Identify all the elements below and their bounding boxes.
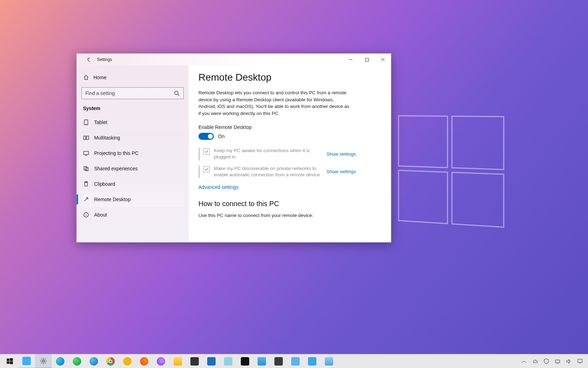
svg-rect-13 (7, 361, 9, 364)
windows-logo-watermark (398, 115, 504, 228)
how-to-heading: How to connect to this PC (198, 200, 381, 208)
tray-onedrive-icon[interactable] (530, 354, 540, 368)
advanced-settings-link[interactable]: Advanced settings (198, 184, 381, 190)
multitasking-icon (83, 135, 89, 141)
keep-awake-text: Keep my PC awake for connections when it… (214, 148, 322, 160)
svg-rect-14 (10, 361, 13, 364)
taskbar-app-store[interactable] (186, 354, 203, 368)
svg-rect-11 (7, 359, 9, 361)
taskbar-app-mail[interactable] (287, 354, 304, 368)
taskbar-app-edge-dev[interactable] (69, 354, 85, 368)
gear-icon (39, 357, 48, 365)
sidebar-item-shared[interactable]: Shared experiences (82, 161, 184, 176)
option-keep-awake: Keep my PC awake for connections when it… (198, 148, 356, 160)
back-button[interactable] (83, 54, 95, 66)
taskbar-app-photos[interactable] (253, 354, 270, 368)
toggle-label: Enable Remote Desktop (198, 124, 381, 130)
svg-point-1 (175, 91, 178, 95)
discoverable-checkbox[interactable] (203, 166, 210, 172)
svg-rect-16 (555, 360, 560, 363)
svg-rect-5 (84, 151, 89, 155)
taskbar-app-terminal[interactable] (270, 354, 287, 368)
tablet-icon (83, 119, 89, 125)
settings-window: Settings Home System (76, 53, 391, 243)
taskbar-app-file-explorer[interactable] (169, 354, 186, 368)
maximize-button[interactable] (359, 54, 375, 66)
shared-icon (83, 165, 89, 172)
enable-remote-toggle[interactable] (198, 133, 214, 140)
home-icon (83, 74, 89, 81)
taskbar-app-paint[interactable] (321, 354, 337, 368)
taskbar-app-firefox[interactable] (136, 354, 153, 368)
svg-rect-0 (365, 58, 369, 61)
how-to-description: Use this PC name to connect from your re… (198, 213, 381, 218)
tray-security-icon[interactable] (541, 354, 552, 368)
taskbar-app-notepad[interactable] (220, 354, 237, 368)
sidebar-item-multitasking[interactable]: Multitasking (82, 130, 184, 145)
taskbar-app-chrome-canary[interactable] (119, 354, 136, 368)
page-heading: Remote Desktop (198, 72, 381, 83)
search-icon (174, 90, 180, 96)
tray-network-icon[interactable] (552, 354, 563, 368)
taskbar-app-settings[interactable] (35, 354, 52, 368)
sidebar: Home System Tablet Multitasking (77, 66, 189, 242)
home-label: Home (93, 75, 106, 80)
svg-rect-3 (84, 136, 86, 139)
toggle-state-text: On (218, 134, 225, 139)
taskbar-app-powershell[interactable] (203, 354, 220, 368)
taskbar-app-cmd[interactable] (237, 354, 253, 368)
about-icon (83, 212, 89, 218)
system-tray: ︿ (519, 354, 587, 368)
window-title: Settings (97, 54, 112, 66)
tray-overflow[interactable]: ︿ (519, 354, 529, 368)
chevron-up-icon: ︿ (521, 357, 527, 365)
remote-icon (83, 196, 89, 203)
sidebar-item-clipboard[interactable]: Clipboard (82, 176, 184, 192)
sidebar-item-about[interactable]: About (82, 207, 184, 223)
tray-volume-icon[interactable] (564, 354, 574, 368)
close-button[interactable] (375, 54, 391, 66)
taskbar-app-edge-canary[interactable] (85, 354, 102, 368)
keep-awake-checkbox[interactable] (203, 148, 210, 155)
taskbar-app-task-manager[interactable] (18, 354, 35, 368)
option-discoverable: Make my PC discoverable on private netwo… (198, 165, 356, 178)
taskbar-app-rdp[interactable] (304, 354, 321, 368)
minimize-button[interactable] (343, 54, 359, 66)
content-pane: Remote Desktop Remote Desktop lets you c… (189, 66, 391, 242)
clipboard-icon (83, 181, 89, 187)
titlebar: Settings (77, 54, 391, 66)
home-nav[interactable]: Home (82, 70, 184, 84)
windows-icon (6, 357, 14, 366)
svg-rect-4 (86, 136, 89, 139)
action-center-button[interactable] (575, 354, 585, 368)
taskbar-app-edge[interactable] (52, 354, 69, 368)
svg-rect-17 (578, 359, 582, 362)
keep-awake-show-settings[interactable]: Show settings (327, 151, 356, 157)
start-button[interactable] (1, 354, 18, 368)
sidebar-item-tablet[interactable]: Tablet (82, 115, 184, 130)
search-input[interactable] (85, 90, 174, 96)
category-heading: System (82, 105, 184, 111)
taskbar: ︿ (0, 354, 588, 368)
svg-point-15 (42, 360, 44, 362)
sidebar-item-remote-desktop[interactable]: Remote Desktop (82, 192, 184, 207)
sidebar-item-projecting[interactable]: Projecting to this PC (82, 145, 184, 161)
taskbar-app-firefox-nightly[interactable] (153, 354, 169, 368)
search-box[interactable] (82, 87, 184, 99)
svg-rect-12 (10, 358, 13, 361)
discoverable-text: Make my PC discoverable on private netwo… (214, 165, 322, 178)
discoverable-show-settings[interactable]: Show settings (327, 169, 356, 174)
taskbar-app-chrome[interactable] (102, 354, 119, 368)
page-description: Remote Desktop lets you connect to and c… (198, 89, 352, 117)
projecting-icon (83, 150, 89, 156)
